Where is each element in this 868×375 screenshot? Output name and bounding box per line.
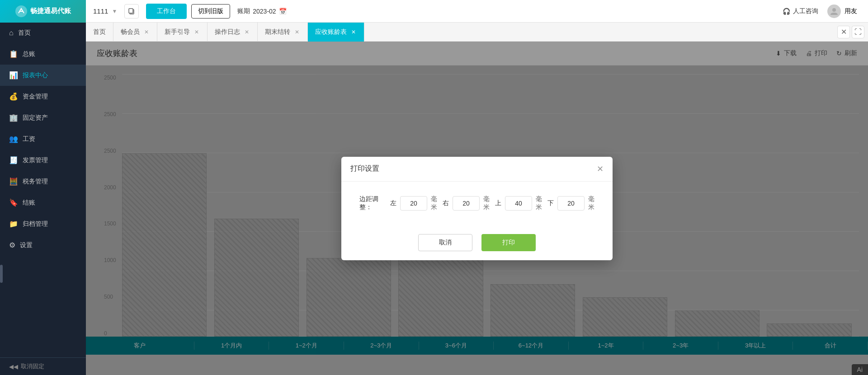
sidebar-label-4: 固定资产	[23, 114, 48, 122]
avatar	[827, 5, 841, 18]
sidebar-label-1: 总账	[23, 50, 35, 58]
sidebar-item-资金管理[interactable]: 💰资金管理	[0, 86, 86, 107]
tab-label-2: 新手引导	[165, 28, 190, 36]
top-margin-input[interactable]	[505, 196, 532, 211]
close-tab-button[interactable]: ✕	[837, 26, 850, 38]
sidebar: ⌂首页📋总账📊报表中心💰资金管理🏢固定资产👥工资🧾发票管理🧮税务管理🔖结账📁归档…	[0, 23, 86, 375]
modal-print-button[interactable]: 打印	[481, 234, 536, 251]
sidebar-label-7: 税务管理	[23, 178, 48, 186]
cancel-button[interactable]: 取消	[418, 234, 472, 251]
top-header: 畅捷通易代账 1111 ▼ 工作台 切到旧版 账期 2023-02 📅 🎧 人工…	[0, 0, 868, 23]
sidebar-label-5: 工资	[23, 135, 35, 143]
bottom-margin-group: 下 毫米	[547, 195, 594, 211]
tab-首页[interactable]: 首页	[86, 23, 113, 42]
sidebar-icon-5: 👥	[9, 135, 18, 143]
tab-期末结转[interactable]: 期末结转✕	[258, 23, 308, 42]
modal-body: 边距调整： 左 毫米 右 毫米	[341, 182, 613, 225]
sidebar-item-固定资产[interactable]: 🏢固定资产	[0, 107, 86, 128]
main-layout: ⌂首页📋总账📊报表中心💰资金管理🏢固定资产👥工资🧾发票管理🧮税务管理🔖结账📁归档…	[0, 23, 868, 375]
tab-label-0: 首页	[93, 28, 106, 36]
sidebar-item-首页[interactable]: ⌂首页	[0, 23, 86, 43]
sidebar-label-0: 首页	[18, 29, 31, 37]
sidebar-icon-10: ⚙	[9, 241, 15, 249]
support-button[interactable]: 🎧 人工咨询	[783, 7, 818, 15]
sidebar-icon-2: 📊	[9, 71, 18, 80]
tab-label-4: 期末结转	[265, 28, 290, 36]
period-label: 账期	[237, 7, 250, 15]
sidebar-icon-4: 🏢	[9, 113, 18, 122]
tab-close-2[interactable]: ✕	[193, 28, 200, 36]
tab-close-1[interactable]: ✕	[143, 28, 150, 36]
tab-畅会员[interactable]: 畅会员✕	[113, 23, 157, 42]
tab-新手引导[interactable]: 新手引导✕	[157, 23, 208, 42]
tab-应收账龄表[interactable]: 应收账龄表✕	[308, 23, 364, 42]
top-dir-label: 上	[495, 199, 501, 207]
right-margin-group: 右 毫米	[443, 195, 490, 211]
copy-button[interactable]	[124, 4, 139, 19]
sidebar-item-发票管理[interactable]: 🧾发票管理	[0, 150, 86, 171]
tab-close-3[interactable]: ✕	[244, 28, 250, 36]
modal-header: 打印设置 ✕	[341, 157, 613, 182]
collapse-icon: ◀◀	[9, 363, 18, 370]
user-area[interactable]: 用友	[827, 5, 857, 18]
sidebar-icon-9: 📁	[9, 220, 18, 228]
sidebar-item-税务管理[interactable]: 🧮税务管理	[0, 171, 86, 192]
scrollbar-thumb	[0, 265, 3, 283]
sidebar-icon-1: 📋	[9, 50, 18, 58]
header-company: 1111 ▼ 工作台 切到旧版 账期 2023-02 📅	[86, 4, 783, 19]
sidebar-label-10: 设置	[20, 241, 33, 249]
sidebar-item-总账[interactable]: 📋总账	[0, 43, 86, 65]
modal-close-button[interactable]: ✕	[597, 164, 604, 174]
margin-label: 边距调整：	[359, 195, 385, 211]
sidebar-item-结账[interactable]: 🔖结账	[0, 192, 86, 213]
avatar-icon	[830, 7, 839, 16]
tabs-actions: ✕ ⛶	[837, 26, 868, 38]
workbench-button[interactable]: 工作台	[146, 4, 187, 19]
collapse-label: 取消固定	[21, 362, 44, 370]
left-margin-group: 左 毫米	[390, 195, 437, 211]
sidebar-label-9: 归档管理	[23, 220, 48, 228]
sidebar-label-8: 结账	[23, 199, 35, 207]
support-label: 人工咨询	[793, 7, 818, 15]
sidebar-icon-7: 🧮	[9, 177, 18, 186]
bottom-margin-input[interactable]	[557, 196, 585, 211]
tab-操作日志[interactable]: 操作日志✕	[208, 23, 258, 42]
sidebar-collapse-button[interactable]: ◀◀ 取消固定	[0, 357, 86, 375]
sidebar-item-归档管理[interactable]: 📁归档管理	[0, 213, 86, 234]
copy-icon	[128, 8, 135, 15]
left-unit: 毫米	[431, 195, 437, 211]
sidebar-item-报表中心[interactable]: 📊报表中心	[0, 65, 86, 86]
right-margin-input[interactable]	[453, 196, 480, 211]
sidebar-label-3: 资金管理	[23, 93, 48, 101]
sidebar-label-2: 报表中心	[23, 71, 48, 80]
header-right: 🎧 人工咨询 用友	[783, 5, 868, 18]
period-value: 2023-02	[253, 8, 276, 15]
calendar-icon[interactable]: 📅	[279, 8, 287, 15]
switch-old-button[interactable]: 切到旧版	[191, 4, 230, 19]
expand-tab-button[interactable]: ⛶	[852, 26, 864, 38]
sidebar-icon-8: 🔖	[9, 198, 18, 207]
tab-close-5[interactable]: ✕	[350, 28, 357, 36]
modal-title: 打印设置	[350, 164, 379, 173]
sidebar-icon-3: 💰	[9, 92, 18, 101]
modal-overlay: 打印设置 ✕ 边距调整： 左 毫米 右	[86, 42, 868, 375]
svg-rect-2	[129, 9, 133, 13]
logo-text: 畅捷通易代账	[30, 7, 71, 15]
tab-label-1: 畅会员	[121, 28, 140, 36]
sidebar-icon-0: ⌂	[9, 29, 14, 37]
svg-point-3	[832, 8, 836, 12]
tabs-bar: 首页畅会员✕新手引导✕操作日志✕期末结转✕应收账龄表✕ ✕ ⛶	[86, 23, 868, 42]
left-dir-label: 左	[390, 199, 396, 207]
right-unit: 毫米	[483, 195, 490, 211]
left-margin-input[interactable]	[400, 196, 427, 211]
company-selector[interactable]: 1111 ▼	[93, 7, 117, 15]
tab-label-3: 操作日志	[215, 28, 240, 36]
modal-box: 打印设置 ✕ 边距调整： 左 毫米 右	[341, 157, 613, 260]
sidebar-item-设置[interactable]: ⚙设置	[0, 234, 86, 256]
sidebar-item-工资[interactable]: 👥工资	[0, 128, 86, 150]
sidebar-icon-6: 🧾	[9, 156, 18, 164]
tab-close-4[interactable]: ✕	[294, 28, 300, 36]
top-unit: 毫米	[536, 195, 542, 211]
top-margin-group: 上 毫米	[495, 195, 542, 211]
sidebar-label-6: 发票管理	[23, 156, 48, 164]
